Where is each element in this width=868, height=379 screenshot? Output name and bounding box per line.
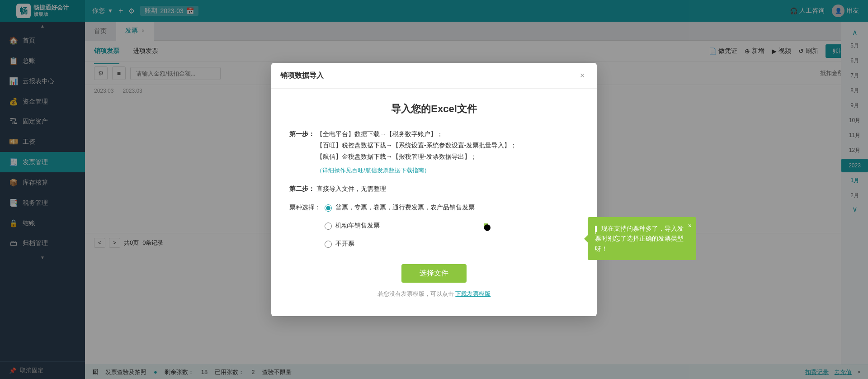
radio-motor-label: 机动车销售发票 bbox=[335, 222, 380, 230]
radio-general: 普票，专票，卷票，通行费发票，农产品销售发票 bbox=[325, 204, 475, 212]
radio-no-ticket-input[interactable] bbox=[325, 241, 332, 248]
download-template-link[interactable]: 下载发票模版 bbox=[455, 290, 491, 297]
radio-no-ticket: 不开票 bbox=[325, 240, 475, 248]
modal-main-title: 导入您的Excel文件 bbox=[289, 102, 579, 116]
modal-footer: 若您没有发票模版，可以点击 下载发票模版 bbox=[289, 290, 579, 303]
modal-title: 销项数据导入 bbox=[280, 71, 324, 81]
tooltip-popup: × | 现在支持的票种多了，导入发票时别忘了选择正确的发票类型呀！ bbox=[588, 217, 696, 260]
ticket-label: 票种选择： bbox=[289, 204, 321, 212]
step1-line3: 【航信】金税盘数据下载→【报税管理-发票数据导出】； bbox=[316, 151, 579, 162]
modal-close-btn[interactable]: × bbox=[577, 70, 588, 81]
select-file-btn[interactable]: 选择文件 bbox=[401, 264, 467, 283]
import-modal: 销项数据导入 × 导入您的Excel文件 第一步： 【全电平台】数据下载→【税务… bbox=[271, 63, 597, 316]
tooltip-dot: ⬤ bbox=[484, 223, 488, 228]
step2-label: 第二步： bbox=[289, 183, 316, 194]
footer-text: 若您没有发票模版，可以点击 bbox=[377, 290, 454, 297]
radio-general-input[interactable] bbox=[325, 204, 332, 212]
tooltip-bar: | bbox=[595, 226, 597, 232]
radio-no-ticket-label: 不开票 bbox=[335, 240, 354, 248]
radio-motor: 机动车销售发票 ⬤ bbox=[325, 222, 475, 230]
ticket-selection-area: 票种选择： 普票，专票，卷票，通行费发票，农产品销售发票 机动车销售发票 ⬤ bbox=[289, 204, 579, 253]
step2-row: 第二步： 直接导入文件，无需整理 bbox=[289, 183, 579, 194]
modal-body: 导入您的Excel文件 第一步： 【全电平台】数据下载→【税务数字账户】； 【百… bbox=[271, 89, 597, 316]
ticket-label-row: 票种选择： 普票，专票，卷票，通行费发票，农产品销售发票 机动车销售发票 ⬤ bbox=[289, 204, 579, 253]
tooltip-close-btn[interactable]: × bbox=[688, 221, 692, 231]
radio-group: 普票，专票，卷票，通行费发票，农产品销售发票 机动车销售发票 ⬤ 不开票 bbox=[325, 204, 475, 253]
step1-line2: 【百旺】税控盘数据下载→【系统设置-系统参数设置-发票批量导入】； bbox=[316, 140, 579, 151]
step2-content: 直接导入文件，无需整理 bbox=[316, 183, 579, 194]
step1-row: 第一步： 【全电平台】数据下载→【税务数字账户】； 【百旺】税控盘数据下载→【系… bbox=[289, 128, 579, 176]
step1-line1: 【全电平台】数据下载→【税务数字账户】； bbox=[316, 128, 579, 140]
radio-motor-input[interactable] bbox=[325, 223, 332, 230]
step1-label: 第一步： bbox=[289, 128, 316, 176]
modal-header: 销项数据导入 × bbox=[271, 63, 597, 89]
step1-guide-link[interactable]: （详细操作见百旺/航信发票数据下载指南） bbox=[316, 167, 430, 174]
step1-content: 【全电平台】数据下载→【税务数字账户】； 【百旺】税控盘数据下载→【系统设置-系… bbox=[316, 128, 579, 176]
radio-general-label: 普票，专票，卷票，通行费发票，农产品销售发票 bbox=[335, 204, 475, 212]
tooltip-text: 现在支持的票种多了，导入发票时别忘了选择正确的发票类型呀！ bbox=[595, 225, 684, 252]
